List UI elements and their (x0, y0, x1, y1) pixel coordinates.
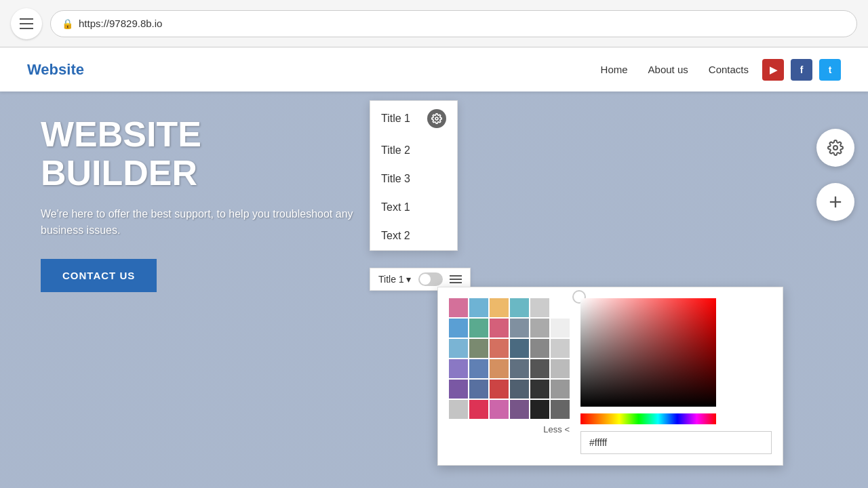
twitter-icon[interactable]: t (819, 59, 841, 81)
color-swatch[interactable] (510, 339, 529, 358)
color-swatch[interactable] (469, 339, 488, 358)
dropdown-item-text2[interactable]: Text 2 (370, 222, 457, 250)
color-swatch[interactable] (449, 298, 468, 317)
color-swatch[interactable] (510, 380, 529, 399)
color-swatch[interactable] (530, 319, 549, 338)
color-swatch[interactable] (490, 319, 509, 338)
align-line (450, 279, 462, 280)
color-swatch[interactable] (490, 339, 509, 358)
color-swatch[interactable] (469, 298, 488, 317)
color-swatch[interactable] (469, 359, 488, 378)
color-swatch[interactable] (510, 298, 529, 317)
youtube-icon[interactable]: ▶ (762, 59, 784, 81)
color-swatch[interactable] (551, 359, 570, 378)
browser-window: 🔒 https://97829.8b.io Website Home About… (0, 0, 868, 488)
nav-link-about[interactable]: About us (648, 64, 688, 75)
toolbar-title-selector[interactable]: Title 1 ▾ (378, 274, 412, 285)
color-swatch[interactable] (449, 319, 468, 338)
svg-point-3 (435, 117, 438, 120)
browser-menu-button[interactable] (11, 8, 42, 39)
color-swatch[interactable] (490, 298, 509, 317)
color-swatch[interactable] (551, 400, 570, 419)
color-swatch[interactable] (449, 400, 468, 419)
nav-link-home[interactable]: Home (601, 64, 628, 75)
dropdown-item-title2[interactable]: Title 2 (370, 136, 457, 165)
color-swatch[interactable] (530, 339, 549, 358)
dropdown-menu: Title 1 Title 2 Title 3 Text 1 Text 2 (370, 100, 458, 251)
color-swatch[interactable] (551, 380, 570, 399)
color-swatch[interactable] (490, 400, 509, 419)
facebook-icon[interactable]: f (791, 59, 812, 81)
settings-badge-icon[interactable] (427, 109, 446, 128)
menu-line (20, 18, 33, 20)
color-swatch[interactable] (510, 319, 529, 338)
hero-subtitle: We're here to offer the best support, to… (41, 206, 366, 239)
dropdown-label-title3: Title 3 (381, 173, 410, 185)
gear-icon (827, 140, 844, 156)
align-line (450, 275, 462, 277)
color-swatch[interactable] (449, 359, 468, 378)
dropdown-item-title3[interactable]: Title 3 (370, 165, 457, 193)
color-swatches-section: Less < (449, 298, 570, 454)
svg-point-0 (833, 146, 837, 150)
dropdown-item-text1[interactable]: Text 1 (370, 193, 457, 222)
color-swatch[interactable] (551, 339, 570, 358)
plus-icon (826, 192, 845, 211)
menu-line (20, 23, 33, 24)
align-line (450, 282, 462, 283)
toolbar-align-icon[interactable] (450, 275, 462, 283)
color-swatch[interactable] (449, 339, 468, 358)
color-swatches-grid (449, 298, 570, 419)
url-text: https://97829.8b.io (79, 18, 162, 29)
nav-link-contacts[interactable]: Contacts (709, 64, 749, 75)
address-bar[interactable]: 🔒 https://97829.8b.io (50, 10, 857, 37)
color-swatch[interactable] (510, 400, 529, 419)
dropdown-label-title1: Title 1 (381, 113, 410, 125)
nav-logo: Website (27, 61, 84, 79)
nav-links: Home About us Contacts (601, 64, 749, 75)
color-swatch[interactable] (530, 380, 549, 399)
dropdown-label-text1: Text 1 (381, 201, 410, 214)
website-content: Website Home About us Contacts ▶ f t WEB… (0, 47, 868, 488)
color-swatch[interactable] (469, 380, 488, 399)
dropdown-label-text2: Text 2 (381, 230, 410, 242)
color-swatch[interactable] (551, 319, 570, 338)
color-gradient-section (580, 298, 772, 454)
color-swatch[interactable] (530, 400, 549, 419)
color-gradient-picker[interactable] (580, 298, 716, 407)
menu-line (20, 28, 33, 29)
color-swatch[interactable] (510, 359, 529, 378)
lock-icon: 🔒 (62, 18, 73, 29)
less-button[interactable]: Less < (449, 424, 570, 434)
hero-content: WEBSITE BUILDER We're here to offer the … (41, 115, 366, 292)
hero-title: WEBSITE BUILDER (41, 115, 366, 192)
browser-toolbar: 🔒 https://97829.8b.io (0, 0, 868, 47)
dropdown-label-title2: Title 2 (381, 144, 410, 157)
color-swatch[interactable] (551, 298, 570, 317)
color-swatch[interactable] (490, 380, 509, 399)
color-swatch[interactable] (469, 319, 488, 338)
color-swatch[interactable] (490, 359, 509, 378)
dropdown-item-title1[interactable]: Title 1 (370, 101, 457, 136)
hex-color-input[interactable] (580, 431, 772, 454)
contact-us-button[interactable]: CONTACT US (41, 259, 157, 292)
settings-fab-button[interactable] (816, 129, 854, 167)
color-swatch[interactable] (530, 359, 549, 378)
color-swatch[interactable] (469, 400, 488, 419)
nav-social: ▶ f t (762, 59, 841, 81)
toolbar-toggle[interactable] (418, 272, 443, 286)
add-fab-button[interactable] (816, 183, 854, 221)
color-swatch[interactable] (449, 380, 468, 399)
nav-bar: Website Home About us Contacts ▶ f t (0, 47, 868, 92)
color-picker-panel: Less < (437, 287, 783, 466)
color-swatch[interactable] (530, 298, 549, 317)
rainbow-slider[interactable] (580, 413, 716, 424)
gear-small-icon (431, 113, 442, 124)
